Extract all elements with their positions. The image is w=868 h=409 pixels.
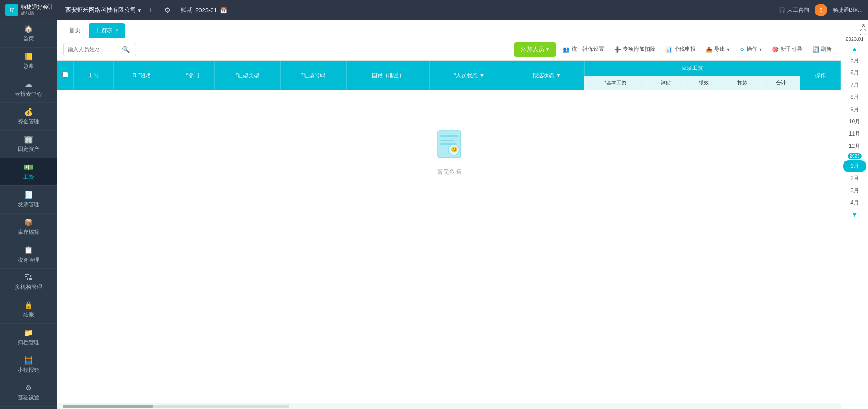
scrollbar-thumb[interactable] [63, 405, 153, 408]
month-12[interactable]: 12月 [841, 140, 868, 152]
panel-down-arrow[interactable]: ▼ [850, 209, 860, 220]
sidebar-item-fixed-asset[interactable]: 🏢 固定资产 [0, 131, 57, 158]
special-deduction-btn[interactable]: ➕ 专项附加扣除 [611, 42, 658, 57]
sidebar-item-settings[interactable]: ⚙ 基础设置 [0, 379, 57, 407]
special-deduction-label: 专项附加扣除 [623, 45, 655, 53]
fund-icon: 💰 [24, 107, 33, 116]
user-avatar[interactable]: B [815, 4, 827, 16]
service-label: 人工咨询 [787, 6, 809, 14]
month-3[interactable]: 3月 [841, 185, 868, 197]
sidebar-item-salary[interactable]: 💵 工资 [0, 158, 57, 186]
sidebar-label-invoice: 发票管理 [18, 201, 39, 209]
archive-icon: 📁 [24, 328, 33, 337]
bottom-scrollbar[interactable] [57, 403, 841, 409]
tax-report-label: 个税申报 [674, 45, 696, 53]
month-7[interactable]: 7月 [841, 79, 868, 91]
th-checkbox[interactable] [57, 61, 73, 90]
tab-home-label: 首页 [69, 26, 81, 34]
th-id-type: *证型类型 [214, 61, 280, 90]
search-wrap[interactable]: 🔍 [63, 43, 136, 56]
sidebar: 🏠 首页 📒 总账 ☁ 云报表中心 💰 资金管理 🏢 固定资产 💵 工资 🧾 发… [0, 20, 57, 409]
sidebar-label-ledger: 总账 [23, 63, 34, 70]
table-header-row1: 工号 ⇅ *姓名 *部门 *证型类型 *证型号码 国籍（地区） *人员状态 ▼ [57, 61, 841, 76]
year-2023-label[interactable]: 2023 [848, 153, 861, 159]
th-operations: 操作 [800, 61, 841, 90]
refresh-icon: 🔄 [812, 46, 819, 53]
add-person-arrow: ▾ [546, 46, 549, 53]
table-wrap: 工号 ⇅ *姓名 *部门 *证型类型 *证型号码 国籍（地区） *人员状态 ▼ [57, 61, 841, 403]
sidebar-item-inventory[interactable]: 📦 库存核算 [0, 214, 57, 241]
th-base-salary: *基本工资 [584, 76, 646, 90]
operations-btn[interactable]: ⚙ 操作 ▾ [737, 42, 765, 57]
th-status[interactable]: *人员状态 ▼ [430, 61, 509, 90]
tab-home[interactable]: 首页 [63, 23, 87, 38]
sidebar-item-cloud-report[interactable]: ☁ 云报表中心 [0, 75, 57, 103]
th-report-filter: ▼ [556, 72, 561, 78]
month-4[interactable]: 4月 [841, 197, 868, 209]
month-9[interactable]: 9月 [841, 103, 868, 116]
sidebar-item-fund[interactable]: 💰 资金管理 [0, 103, 57, 131]
newbie-label: 新手引导 [781, 45, 802, 53]
tab-salary-close[interactable]: × [116, 28, 118, 33]
sidebar-item-tax[interactable]: 📋 税务管理 [0, 241, 57, 269]
month-8[interactable]: 8月 [841, 91, 868, 103]
month-6[interactable]: 6月 [841, 67, 868, 79]
export-icon: 📤 [706, 46, 713, 53]
sidebar-item-ledger[interactable]: 📒 总账 [0, 48, 57, 75]
newbie-icon: 🎯 [772, 46, 779, 53]
month-10[interactable]: 10月 [841, 116, 868, 128]
expense-icon: 🧮 [24, 356, 33, 365]
sidebar-label-asset: 固定资产 [18, 146, 39, 153]
newbie-guide-btn[interactable]: 🎯 新手引导 [769, 42, 805, 57]
tax-report-btn[interactable]: 📊 个税申报 [663, 42, 698, 57]
username: 畅捷通B组... [833, 6, 863, 14]
service-btn[interactable]: 🎧 人工咨询 [779, 6, 809, 14]
month-2[interactable]: 2月 [841, 172, 868, 185]
operations-label: 操作 [747, 45, 757, 53]
social-insurance-btn[interactable]: 👥 统一社保设置 [560, 42, 607, 57]
th-report-label: 报送状态 [533, 72, 554, 78]
month-5[interactable]: 5月 [841, 54, 868, 67]
content-area: 首页 工资表 × 🔍 添加人员 ▾ 👥 统一社保设置 ➕ [57, 20, 841, 409]
th-report-status[interactable]: 报送状态 ▼ [509, 61, 584, 90]
add-company-btn[interactable]: ＋ [145, 4, 157, 16]
asset-icon: 🏢 [24, 135, 33, 144]
svg-rect-1 [440, 135, 458, 137]
add-person-btn[interactable]: 添加人员 ▾ [514, 42, 556, 57]
settings-btn[interactable]: ⚙ [161, 4, 174, 16]
month-1[interactable]: 1月 [843, 160, 866, 172]
scrollbar-track[interactable] [63, 405, 289, 408]
tab-salary[interactable]: 工资表 × [89, 23, 125, 38]
company-name: 西安虾米网络科技有限公司 [65, 6, 136, 14]
export-btn[interactable]: 📤 导出 ▾ [703, 42, 732, 57]
sidebar-item-home[interactable]: 🏠 首页 [0, 20, 57, 48]
inventory-icon: 📦 [24, 218, 33, 227]
sidebar-item-invoice[interactable]: 🧾 发票管理 [0, 186, 57, 214]
sidebar-item-multi-org[interactable]: 🏗 多机构管理 [0, 269, 57, 296]
tax-report-icon: 📊 [665, 46, 672, 53]
panel-up-arrow[interactable]: ▲ [850, 44, 860, 54]
search-input[interactable] [68, 46, 122, 53]
th-name[interactable]: ⇅ *姓名 [114, 61, 170, 90]
panel-close-btn[interactable]: ✕ [861, 22, 866, 29]
panel-maximize-btn[interactable]: ⛶ [860, 29, 866, 36]
invoice-icon: 🧾 [24, 190, 33, 199]
export-arrow: ▾ [727, 46, 730, 53]
month-11[interactable]: 11月 [841, 128, 868, 140]
logo: 好 畅捷通好会计 旗舰版 [5, 4, 60, 16]
sidebar-item-close-accounts[interactable]: 🔒 结账 [0, 296, 57, 324]
current-period-display: 2023.01 [846, 36, 864, 42]
sidebar-item-expense[interactable]: 🧮 小畅报销 [0, 351, 57, 379]
calendar-icon[interactable]: 📅 [220, 7, 227, 14]
sidebar-item-archive[interactable]: 📁 归档管理 [0, 324, 57, 351]
select-all-checkbox[interactable] [62, 72, 68, 78]
refresh-btn[interactable]: 🔄 刷新 [810, 42, 834, 57]
sidebar-item-guide[interactable]: 🚀 新手引导 [0, 407, 57, 409]
svg-rect-2 [440, 140, 454, 141]
company-dropdown-icon[interactable]: ▾ [138, 7, 141, 14]
operations-icon: ⚙ [740, 46, 745, 53]
company-selector[interactable]: 西安虾米网络科技有限公司 ▾ [65, 6, 141, 14]
logo-text-wrap: 畅捷通好会计 旗舰版 [21, 4, 53, 16]
tax-icon: 📋 [24, 246, 33, 254]
special-deduction-icon: ➕ [614, 46, 621, 53]
